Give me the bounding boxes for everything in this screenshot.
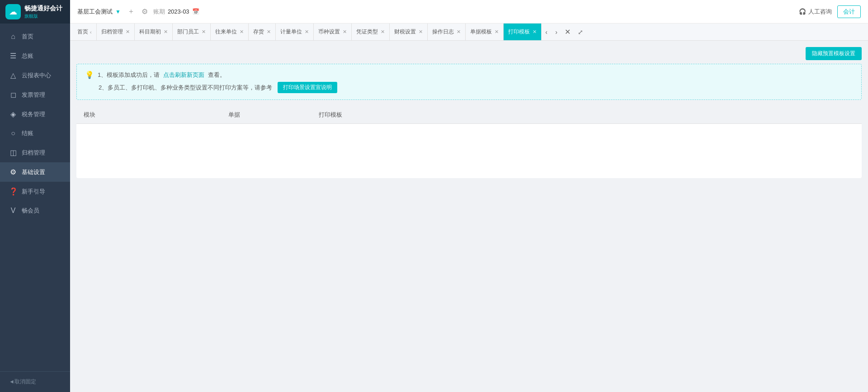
tab-voucher[interactable]: 凭证类型 ✕	[352, 24, 390, 41]
notice-row-1: 💡 1、模板添加成功后，请 点击刷新新页面 查看。	[85, 71, 853, 79]
ledger-icon: ☰	[9, 52, 17, 60]
header-period: 账期 2023-03 📅	[153, 8, 199, 16]
hide-preview-button[interactable]: 隐藏预置模板设置	[806, 47, 862, 60]
logo-sub: 旗舰版	[24, 13, 62, 19]
tab-stock-close-icon[interactable]: ✕	[267, 29, 271, 35]
tab-home-arrow-icon: ‹	[90, 29, 92, 35]
closing-icon: ○	[9, 129, 17, 137]
table-col-template: 打印模板	[311, 106, 862, 123]
tab-subject-close-icon[interactable]: ✕	[164, 29, 168, 35]
tab-dept-close-icon[interactable]: ✕	[202, 29, 206, 35]
sidebar-item-label: 发票管理	[22, 91, 45, 99]
sidebar-item-ledger[interactable]: ☰ 总账	[0, 46, 70, 66]
archive-icon: ◫	[9, 148, 17, 157]
add-tab-button[interactable]: ＋	[126, 7, 136, 17]
table-header: 模块 单据 打印模板	[76, 106, 862, 124]
notice-scene-button[interactable]: 打印场景设置宣说明	[278, 82, 337, 93]
tab-single-close-icon[interactable]: ✕	[495, 29, 499, 35]
tab-currency-label: 币种设置	[318, 28, 340, 36]
tab-unit-close-icon[interactable]: ✕	[305, 29, 309, 35]
settings-icon: ⚙	[9, 168, 17, 176]
sidebar-item-reports[interactable]: △ 云报表中心	[0, 66, 70, 85]
sidebar-footer-label: ◄取消固定	[9, 378, 36, 386]
tabs-expand-button[interactable]: ⤢	[574, 24, 587, 41]
support-label: 人工咨询	[808, 8, 832, 16]
tabs-next-button[interactable]: ›	[552, 24, 561, 41]
tab-home-label: 首页	[77, 28, 88, 36]
tax-icon: ◈	[9, 110, 17, 118]
table-body	[76, 124, 862, 178]
tab-oplog[interactable]: 操作日志 ✕	[428, 24, 466, 41]
tab-print-label: 打印模板	[508, 28, 530, 36]
logo-main: 畅捷通好会计	[24, 5, 62, 13]
tab-voucher-close-icon[interactable]: ✕	[381, 29, 385, 35]
project-selector[interactable]: 基层工会测试 ▼	[77, 8, 121, 16]
guide-icon: ❓	[9, 187, 17, 196]
tab-finance[interactable]: 财税设置 ✕	[390, 24, 428, 41]
sidebar-item-archive[interactable]: ◫ 归档管理	[0, 143, 70, 162]
sidebar-item-invoice[interactable]: ◻ 发票管理	[0, 85, 70, 104]
sidebar-item-closing[interactable]: ○ 结账	[0, 124, 70, 143]
tabs-close-all-button[interactable]: ✕	[561, 24, 574, 41]
sidebar-item-label: 首页	[22, 33, 33, 41]
calendar-icon[interactable]: 📅	[192, 8, 199, 15]
tab-partner-close-icon[interactable]: ✕	[240, 29, 244, 35]
tab-finance-label: 财税设置	[394, 28, 416, 36]
tab-currency-close-icon[interactable]: ✕	[343, 29, 347, 35]
tab-archive-close-icon[interactable]: ✕	[126, 29, 130, 35]
notice-box: 💡 1、模板添加成功后，请 点击刷新新页面 查看。 2、多员工、多打印机、多种业…	[76, 64, 862, 100]
sidebar-unpin[interactable]: ◄取消固定	[0, 371, 70, 392]
table-col-single: 单据	[221, 106, 311, 123]
tabs-bar: 首页 ‹ 归档管理 ✕ 科目期初 ✕ 部门员工 ✕ 往来单位 ✕ 存货 ✕ 计量…	[70, 24, 868, 41]
tab-oplog-close-icon[interactable]: ✕	[457, 29, 461, 35]
vip-icon: V	[9, 207, 17, 215]
header-settings-icon[interactable]: ⚙	[142, 7, 148, 16]
notice-line1-post: 查看。	[208, 71, 226, 79]
tab-unit-label: 计量单位	[280, 28, 302, 36]
tab-print-close-icon[interactable]: ✕	[533, 29, 537, 35]
top-header: 基层工会测试 ▼ ＋ ⚙ 账期 2023-03 📅 🎧 人工咨询 会计	[70, 0, 868, 24]
tab-oplog-label: 操作日志	[432, 28, 454, 36]
tab-dept[interactable]: 部门员工 ✕	[173, 24, 211, 41]
logo-icon: ☁	[5, 4, 21, 19]
notice-refresh-link[interactable]: 点击刷新新页面	[163, 71, 204, 79]
tab-print[interactable]: 打印模板 ✕	[504, 24, 542, 41]
tab-currency[interactable]: 币种设置 ✕	[314, 24, 352, 41]
table-col-module: 模块	[76, 106, 221, 123]
tab-stock[interactable]: 存货 ✕	[249, 24, 276, 41]
sidebar-item-label: 归档管理	[22, 149, 45, 157]
notice-row-2: 2、多员工、多打印机、多种业务类型设置不同打印方案等，请参考 打印场景设置宣说明	[85, 82, 853, 93]
sidebar-item-home[interactable]: ⌂ 首页	[0, 27, 70, 46]
tab-unit[interactable]: 计量单位 ✕	[276, 24, 314, 41]
sidebar-item-label: 基础设置	[22, 168, 45, 176]
sidebar-item-tax[interactable]: ◈ 税务管理	[0, 104, 70, 124]
user-role-button[interactable]: 会计	[837, 5, 861, 18]
sidebar-item-label: 畅会员	[22, 207, 39, 215]
sidebar-item-vip[interactable]: V 畅会员	[0, 201, 70, 220]
sidebar-item-settings[interactable]: ⚙ 基础设置	[0, 162, 70, 182]
tab-dept-label: 部门员工	[177, 28, 199, 36]
tab-finance-close-icon[interactable]: ✕	[419, 29, 423, 35]
sidebar-item-label: 新手引导	[22, 188, 45, 196]
period-value: 2023-03	[168, 8, 189, 15]
main-area: 基层工会测试 ▼ ＋ ⚙ 账期 2023-03 📅 🎧 人工咨询 会计 首页 ‹…	[70, 0, 868, 392]
sidebar-item-label: 总账	[22, 52, 33, 60]
tab-subject[interactable]: 科目期初 ✕	[135, 24, 173, 41]
tab-archive[interactable]: 归档管理 ✕	[97, 24, 135, 41]
sidebar-item-label: 结账	[22, 129, 33, 137]
project-dropdown-icon: ▼	[115, 9, 121, 15]
tab-single[interactable]: 单据模板 ✕	[466, 24, 504, 41]
support-button[interactable]: 🎧 人工咨询	[799, 8, 832, 16]
tabs-prev-button[interactable]: ‹	[542, 24, 552, 41]
notice-line2-pre: 2、多员工、多打印机、多种业务类型设置不同打印方案等，请参考	[99, 84, 272, 92]
logo-text: 畅捷通好会计 旗舰版	[24, 5, 62, 19]
tab-partner[interactable]: 往来单位 ✕	[211, 24, 249, 41]
sidebar-item-guide[interactable]: ❓ 新手引导	[0, 182, 70, 201]
tab-subject-label: 科目期初	[139, 28, 161, 36]
sidebar: ☁ 畅捷通好会计 旗舰版 ⌂ 首页 ☰ 总账 △ 云报表中心 ◻ 发票管理 ◈ …	[0, 0, 70, 392]
period-label: 账期	[153, 8, 165, 16]
tab-voucher-label: 凭证类型	[356, 28, 378, 36]
project-name: 基层工会测试	[77, 8, 113, 16]
sidebar-item-label: 云报表中心	[22, 71, 51, 80]
tab-home[interactable]: 首页 ‹	[73, 24, 97, 41]
